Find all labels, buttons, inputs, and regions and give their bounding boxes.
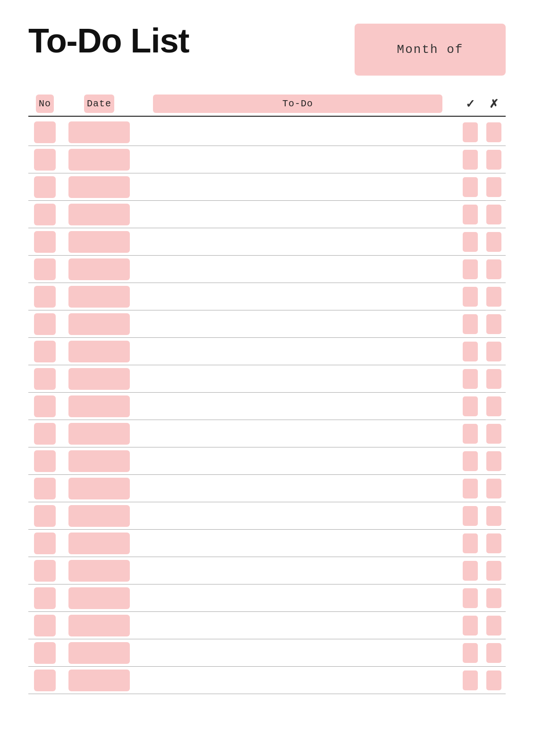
date-box[interactable] (68, 204, 130, 225)
check-box[interactable] (463, 205, 478, 224)
table-row[interactable] (28, 502, 506, 530)
no-box[interactable] (34, 395, 56, 417)
check-box[interactable] (463, 588, 478, 608)
table-row[interactable] (28, 283, 506, 310)
check-box[interactable] (463, 342, 478, 361)
check-box[interactable] (463, 314, 478, 334)
date-box[interactable] (68, 560, 130, 582)
date-box[interactable] (68, 642, 130, 664)
no-box[interactable] (34, 587, 56, 609)
no-box[interactable] (34, 670, 56, 691)
check-box[interactable] (463, 670, 478, 690)
table-row[interactable] (28, 475, 506, 502)
check-box[interactable] (463, 533, 478, 553)
table-row[interactable] (28, 228, 506, 256)
date-box[interactable] (68, 478, 130, 499)
date-box[interactable] (68, 450, 130, 472)
date-box[interactable] (68, 615, 130, 636)
date-box[interactable] (68, 258, 130, 280)
no-box[interactable] (34, 204, 56, 225)
table-row[interactable] (28, 201, 506, 228)
check-box[interactable] (463, 369, 478, 389)
cross-box[interactable] (486, 150, 501, 170)
cross-box[interactable] (486, 122, 501, 142)
check-box[interactable] (463, 232, 478, 252)
date-box[interactable] (68, 587, 130, 609)
table-row[interactable] (28, 639, 506, 667)
check-box[interactable] (463, 287, 478, 307)
cross-box[interactable] (486, 451, 501, 471)
date-box[interactable] (68, 341, 130, 362)
date-box[interactable] (68, 670, 130, 691)
no-box[interactable] (34, 149, 56, 171)
cross-box[interactable] (486, 616, 501, 636)
table-row[interactable] (28, 310, 506, 338)
cross-box[interactable] (486, 396, 501, 416)
date-box[interactable] (68, 176, 130, 198)
no-box[interactable] (34, 615, 56, 636)
cross-box[interactable] (486, 588, 501, 608)
date-box[interactable] (68, 423, 130, 445)
cross-box[interactable] (486, 506, 501, 526)
cross-box[interactable] (486, 561, 501, 581)
table-row[interactable] (28, 173, 506, 201)
cross-box[interactable] (486, 287, 501, 307)
cross-box[interactable] (486, 533, 501, 553)
cross-box[interactable] (486, 643, 501, 663)
check-box[interactable] (463, 506, 478, 526)
date-box[interactable] (68, 149, 130, 171)
cross-box[interactable] (486, 314, 501, 334)
date-box[interactable] (68, 395, 130, 417)
date-box[interactable] (68, 231, 130, 253)
no-box[interactable] (34, 533, 56, 554)
table-row[interactable] (28, 393, 506, 420)
no-box[interactable] (34, 231, 56, 253)
check-box[interactable] (463, 396, 478, 416)
table-row[interactable] (28, 447, 506, 475)
cross-box[interactable] (486, 369, 501, 389)
no-box[interactable] (34, 560, 56, 582)
check-box[interactable] (463, 451, 478, 471)
no-box[interactable] (34, 505, 56, 527)
table-row[interactable] (28, 530, 506, 557)
cross-box[interactable] (486, 205, 501, 224)
date-box[interactable] (68, 505, 130, 527)
date-box[interactable] (68, 313, 130, 335)
check-box[interactable] (463, 561, 478, 581)
cross-box[interactable] (486, 670, 501, 690)
no-box[interactable] (34, 341, 56, 362)
date-box[interactable] (68, 533, 130, 554)
cross-box[interactable] (486, 259, 501, 279)
date-box[interactable] (68, 121, 130, 143)
check-box[interactable] (463, 643, 478, 663)
cross-box[interactable] (486, 232, 501, 252)
no-box[interactable] (34, 258, 56, 280)
check-box[interactable] (463, 150, 478, 170)
table-row[interactable] (28, 557, 506, 584)
date-box[interactable] (68, 368, 130, 390)
check-box[interactable] (463, 616, 478, 636)
month-box[interactable]: Month of (355, 24, 506, 76)
date-box[interactable] (68, 286, 130, 308)
table-row[interactable] (28, 365, 506, 393)
check-box[interactable] (463, 122, 478, 142)
table-row[interactable] (28, 119, 506, 146)
no-box[interactable] (34, 121, 56, 143)
no-box[interactable] (34, 313, 56, 335)
no-box[interactable] (34, 176, 56, 198)
table-row[interactable] (28, 612, 506, 639)
table-row[interactable] (28, 584, 506, 612)
cross-box[interactable] (486, 342, 501, 361)
no-box[interactable] (34, 368, 56, 390)
cross-box[interactable] (486, 424, 501, 444)
check-box[interactable] (463, 177, 478, 197)
check-box[interactable] (463, 479, 478, 498)
check-box[interactable] (463, 424, 478, 444)
table-row[interactable] (28, 420, 506, 447)
no-box[interactable] (34, 286, 56, 308)
table-row[interactable] (28, 667, 506, 694)
table-row[interactable] (28, 256, 506, 283)
check-box[interactable] (463, 259, 478, 279)
table-row[interactable] (28, 338, 506, 365)
cross-box[interactable] (486, 177, 501, 197)
